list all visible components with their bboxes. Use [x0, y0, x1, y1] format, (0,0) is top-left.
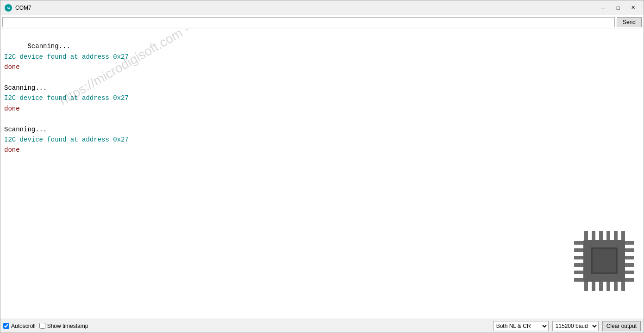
- line-scanning-3: Scanning...: [4, 126, 47, 133]
- svg-rect-8: [624, 241, 634, 245]
- autoscroll-group: Autoscroll: [3, 323, 36, 329]
- window-controls: ─ □ ✕: [596, 3, 640, 12]
- svg-rect-14: [584, 231, 588, 241]
- svg-rect-24: [614, 281, 618, 291]
- line-done-1: done: [4, 63, 20, 71]
- svg-rect-19: [621, 231, 625, 241]
- line-scanning-1: Scanning...: [27, 43, 70, 50]
- svg-rect-25: [621, 281, 625, 291]
- timestamp-group: Show timestamp: [39, 323, 88, 329]
- svg-rect-28: [593, 249, 616, 272]
- line-ending-select[interactable]: No line ending Newline Carriage return B…: [493, 321, 549, 331]
- message-input[interactable]: [2, 17, 615, 27]
- line-scanning-2: Scanning...: [4, 84, 47, 92]
- svg-rect-9: [624, 248, 634, 252]
- svg-rect-10: [624, 256, 634, 259]
- line-done-2: done: [4, 105, 20, 112]
- console-area[interactable]: https://microdigisoft.com - 12:12 pm Sca…: [0, 29, 644, 319]
- svg-rect-16: [599, 231, 603, 241]
- svg-rect-4: [574, 256, 584, 259]
- app-icon: ∞: [4, 4, 13, 12]
- title-bar: ∞ COM7 ─ □ ✕: [0, 0, 644, 15]
- baud-select[interactable]: 300 baud 1200 baud 2400 baud 4800 baud 9…: [552, 321, 599, 331]
- svg-text:∞: ∞: [6, 6, 10, 11]
- svg-rect-23: [606, 281, 610, 291]
- svg-rect-12: [624, 271, 634, 274]
- autoscroll-label: Autoscroll: [11, 323, 36, 329]
- line-done-3: done: [4, 146, 20, 154]
- chip-icon: [574, 231, 634, 291]
- svg-rect-7: [574, 278, 584, 282]
- svg-rect-22: [599, 281, 603, 291]
- svg-rect-17: [606, 231, 610, 241]
- line-i2c-2: I2C device found at address 0x27: [4, 94, 129, 102]
- svg-rect-20: [584, 281, 588, 291]
- svg-rect-13: [624, 278, 634, 282]
- arduino-serial-monitor: ∞ COM7 ─ □ ✕ Send https://microdigisoft.…: [0, 0, 644, 333]
- send-button[interactable]: Send: [617, 17, 642, 27]
- window-title: COM7: [15, 5, 596, 11]
- input-row: Send: [0, 15, 644, 29]
- status-bar: Autoscroll Show timestamp No line ending…: [0, 319, 644, 333]
- svg-rect-5: [574, 263, 584, 267]
- console-output: Scanning... I2C device found at address …: [4, 31, 640, 176]
- svg-rect-21: [592, 281, 595, 291]
- close-button[interactable]: ✕: [626, 3, 640, 12]
- clear-output-button[interactable]: Clear output: [602, 321, 641, 331]
- svg-rect-15: [592, 231, 595, 241]
- timestamp-label: Show timestamp: [47, 323, 88, 329]
- line-i2c-1: I2C device found at address 0x27: [4, 53, 129, 61]
- svg-rect-11: [624, 263, 634, 267]
- svg-rect-18: [614, 231, 618, 241]
- timestamp-checkbox[interactable]: [39, 323, 45, 329]
- svg-rect-2: [574, 241, 584, 245]
- svg-rect-3: [574, 248, 584, 252]
- minimize-button[interactable]: ─: [596, 3, 610, 12]
- maximize-button[interactable]: □: [611, 3, 625, 12]
- line-i2c-3: I2C device found at address 0x27: [4, 136, 129, 143]
- svg-rect-6: [574, 271, 584, 274]
- autoscroll-checkbox[interactable]: [3, 323, 9, 329]
